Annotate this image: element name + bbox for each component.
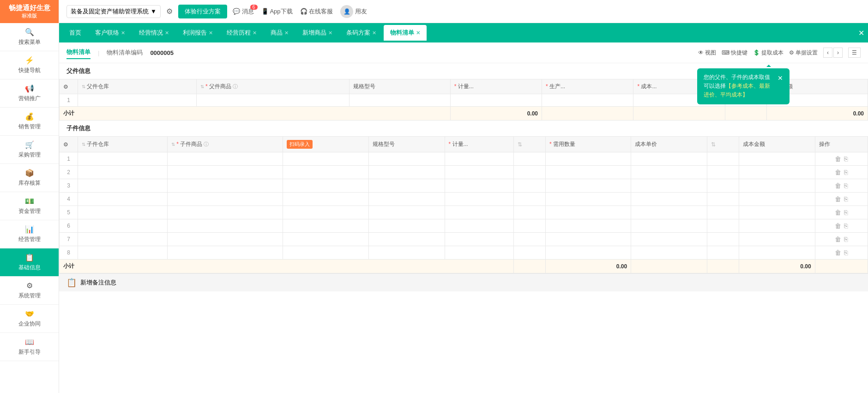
delete-icon-1[interactable]: 🗑	[835, 169, 841, 176]
child-product-6[interactable]	[167, 233, 283, 246]
sidebar-item-销售管理[interactable]: 💰销售管理	[0, 108, 59, 136]
user-menu[interactable]: 👤 用友	[340, 5, 367, 18]
tooltip-close-btn[interactable]: ✕	[778, 73, 783, 83]
child-unit-0[interactable]	[445, 152, 514, 166]
nav-tab-2[interactable]: 经营情况✕	[133, 25, 175, 41]
parent-spec-cell[interactable]	[350, 94, 450, 107]
sidebar-item-快捷导航[interactable]: ⚡快捷导航	[0, 51, 59, 79]
nav-tab-8[interactable]: 物料清单✕	[384, 25, 427, 41]
delete-icon-0[interactable]: 🗑	[835, 155, 841, 163]
copy-icon-6[interactable]: ⎘	[844, 236, 848, 243]
child-qty-3[interactable]	[545, 193, 631, 206]
sidebar-item-库存核算[interactable]: 📦库存核算	[0, 164, 59, 192]
child-qty-0[interactable]	[545, 152, 631, 166]
scan-btn[interactable]: 扫码录入	[287, 140, 313, 149]
sidebar-item-营销推广[interactable]: 📢营销推广	[0, 79, 59, 108]
child-spec-4[interactable]	[368, 206, 445, 219]
child-unit-7[interactable]	[445, 246, 514, 260]
delete-icon-2[interactable]: 🗑	[835, 182, 841, 189]
nav-tab-5[interactable]: 商品✕	[264, 25, 295, 41]
child-qty-7[interactable]	[545, 246, 631, 260]
child-unitcost-7[interactable]	[631, 246, 707, 260]
view-btn[interactable]: 👁 视图	[698, 49, 716, 57]
sidebar-item-基础信息[interactable]: 📋基础信息	[0, 248, 59, 277]
child-spec-0[interactable]	[368, 152, 445, 166]
delete-icon-3[interactable]: 🗑	[835, 195, 841, 203]
child-spec-6[interactable]	[368, 233, 445, 246]
parent-produce-cell[interactable]	[542, 94, 633, 107]
grid-view-btn[interactable]: ☰	[848, 48, 861, 58]
sidebar-item-系统管理[interactable]: ⚙系统管理	[0, 277, 59, 305]
child-unit-2[interactable]	[445, 179, 514, 193]
child-warehouse-4[interactable]	[78, 206, 168, 219]
delete-icon-4[interactable]: 🗑	[835, 209, 841, 216]
nav-tab-7[interactable]: 条码方案✕	[340, 25, 383, 41]
sub-tab-bom[interactable]: 物料清单	[66, 46, 90, 59]
nav-tab-6[interactable]: 新增商品✕	[296, 25, 339, 41]
tab-close-6[interactable]: ✕	[328, 30, 332, 36]
sort-icon-c2[interactable]: ⇅	[171, 142, 175, 147]
prev-btn[interactable]: ‹	[823, 48, 832, 58]
child-unit-1[interactable]	[445, 166, 514, 179]
delete-icon-6[interactable]: 🗑	[835, 236, 841, 243]
sidebar-item-搜索菜单[interactable]: 🔍搜索菜单	[0, 23, 59, 51]
copy-icon-7[interactable]: ⎘	[844, 249, 848, 256]
sub-tab-code[interactable]: 物料清单编码	[107, 47, 143, 59]
child-col-scan[interactable]: 扫码录入	[283, 137, 368, 152]
tab-close-3[interactable]: ✕	[209, 30, 213, 36]
sidebar-item-新手引导[interactable]: 📖新手引导	[0, 333, 59, 361]
sort-icon-c1[interactable]: ⇅	[82, 142, 85, 147]
child-qty-5[interactable]	[545, 219, 631, 233]
close-all-tabs-btn[interactable]: ✕	[858, 29, 864, 37]
tab-close-4[interactable]: ✕	[253, 30, 257, 36]
sidebar-item-采购管理[interactable]: 🛒采购管理	[0, 136, 59, 164]
child-qty-2[interactable]	[545, 179, 631, 193]
sidebar-item-企业协同[interactable]: 🤝企业协同	[0, 305, 59, 333]
child-spec-1[interactable]	[368, 166, 445, 179]
child-unitcost-4[interactable]	[631, 206, 707, 219]
note-label[interactable]: 新增备注信息	[80, 278, 116, 287]
child-warehouse-2[interactable]	[78, 179, 168, 193]
child-product-0[interactable]	[167, 152, 283, 166]
tab-close-2[interactable]: ✕	[165, 30, 169, 36]
child-product-4[interactable]	[167, 206, 283, 219]
parent-unit-cell[interactable]	[450, 94, 542, 107]
sidebar-item-经营管理[interactable]: 📊经营管理	[0, 220, 59, 248]
message-btn[interactable]: 💬 消息 6	[233, 7, 254, 16]
sort-icon[interactable]: ⇅	[82, 84, 85, 89]
child-warehouse-1[interactable]	[78, 166, 168, 179]
child-qty-1[interactable]	[545, 166, 631, 179]
child-unitcost-0[interactable]	[631, 152, 707, 166]
child-product-3[interactable]	[167, 193, 283, 206]
child-warehouse-5[interactable]	[78, 219, 168, 233]
copy-icon-3[interactable]: ⎘	[844, 195, 848, 203]
shortcut-btn[interactable]: ⌨ 快捷键	[722, 49, 747, 57]
tab-close-7[interactable]: ✕	[372, 30, 376, 36]
tab-close-1[interactable]: ✕	[121, 30, 125, 36]
copy-icon-0[interactable]: ⎘	[844, 155, 848, 163]
tab-close-5[interactable]: ✕	[284, 30, 289, 36]
child-unitcost-1[interactable]	[631, 166, 707, 179]
delete-icon-5[interactable]: 🗑	[835, 222, 841, 230]
child-spec-7[interactable]	[368, 246, 445, 260]
app-download-btn[interactable]: 📱 App下载	[261, 7, 293, 16]
child-unitcost-2[interactable]	[631, 179, 707, 193]
copy-icon-2[interactable]: ⎘	[844, 182, 848, 189]
child-unit-5[interactable]	[445, 219, 514, 233]
settings-btn[interactable]: ⚙ 单据设置	[789, 49, 818, 57]
child-spec-2[interactable]	[368, 179, 445, 193]
parent-warehouse-cell[interactable]	[78, 94, 197, 107]
child-warehouse-0[interactable]	[78, 152, 168, 166]
trial-button[interactable]: 体验行业方案	[178, 5, 227, 18]
nav-tab-4[interactable]: 经营历程✕	[220, 25, 263, 41]
cost-btn[interactable]: 💲 提取成本	[753, 49, 784, 57]
child-warehouse-6[interactable]	[78, 233, 168, 246]
child-unit-4[interactable]	[445, 206, 514, 219]
child-unitcost-6[interactable]	[631, 233, 707, 246]
parent-product-cell[interactable]	[196, 94, 350, 107]
child-product-2[interactable]	[167, 179, 283, 193]
child-unitcost-5[interactable]	[631, 219, 707, 233]
child-product-7[interactable]	[167, 246, 283, 260]
child-unit-3[interactable]	[445, 193, 514, 206]
nav-tab-0[interactable]: 首页	[63, 25, 88, 41]
